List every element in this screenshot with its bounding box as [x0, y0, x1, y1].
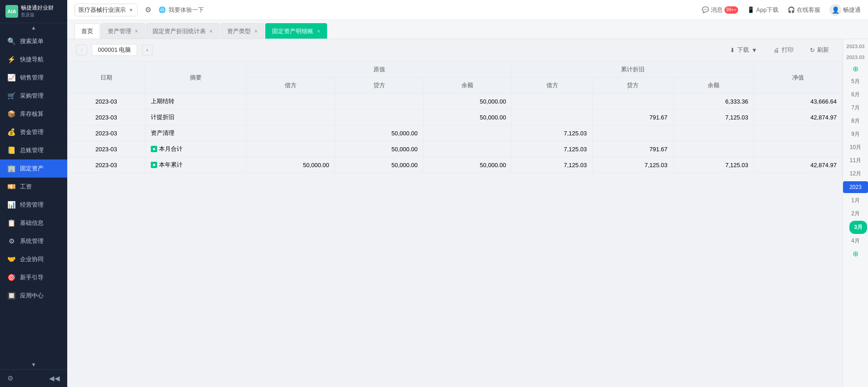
- sidebar-item-purchase[interactable]: 🛒 采购管理: [0, 87, 67, 105]
- tab-asset-mgmt[interactable]: 资产管理×: [101, 23, 145, 39]
- print-btn[interactable]: 🖨 打印: [769, 44, 798, 56]
- month-tag-icon-4: ■: [151, 162, 157, 168]
- sidebar-item-operations[interactable]: 📊 经营管理: [0, 196, 67, 214]
- experience-icon: 🌐: [159, 6, 166, 13]
- summary-text-0: 上期结转: [151, 98, 174, 104]
- sidebar-label-search: 搜索菜单: [20, 37, 44, 45]
- row-ad-debit-0: [512, 94, 593, 109]
- col-summary: 摘要: [145, 62, 246, 94]
- summary-text-2: 资产清理: [151, 129, 174, 136]
- sidebar-item-quick-nav[interactable]: ⚡ 快捷导航: [0, 50, 67, 69]
- app-download-btn[interactable]: 📱 App下载: [747, 6, 779, 14]
- right-panel-down-arrow[interactable]: ⊕: [851, 248, 860, 260]
- settings-icon[interactable]: ⚙: [7, 374, 13, 382]
- sidebar-item-inventory[interactable]: 📦 库存核算: [0, 105, 67, 123]
- download-arrow-icon: ▼: [751, 47, 757, 54]
- sidebar-item-basic-info[interactable]: 📋 基础信息: [0, 214, 67, 232]
- right-panel-month-5月[interactable]: 5月: [848, 75, 863, 88]
- next-asset-btn[interactable]: ›: [142, 45, 153, 55]
- download-btn[interactable]: ⬇ 下载 ▼: [725, 44, 762, 56]
- message-icon: 💬: [702, 6, 709, 13]
- col-accum-depreciation: 累计折旧: [512, 62, 754, 78]
- month-tag-3: ■ 本月合计: [151, 145, 183, 153]
- collapse-icon[interactable]: ◀◀: [49, 374, 60, 382]
- tab-asset-detail[interactable]: 固定资产明细账×: [265, 23, 327, 39]
- row-ov-balance-4: 50,000.00: [423, 157, 512, 173]
- app-download-icon: 📱: [747, 6, 754, 13]
- sidebar-item-guide[interactable]: 🎯 新手引导: [0, 268, 67, 287]
- notifications-btn[interactable]: 💬 消息 99++: [702, 6, 738, 14]
- right-panel-year-active[interactable]: 2023: [843, 181, 868, 193]
- logo-sub: 普及版: [21, 12, 54, 18]
- right-panel-up-arrow[interactable]: ⊕: [851, 63, 860, 75]
- sidebar-label-operations: 经营管理: [20, 201, 44, 209]
- sidebar-item-system[interactable]: ⚙ 系统管理: [0, 232, 67, 250]
- row-ov-balance-1: 50,000.00: [423, 109, 512, 125]
- sidebar-item-search[interactable]: 🔍 搜索菜单: [0, 32, 67, 50]
- prev-asset-btn[interactable]: ‹: [76, 45, 87, 55]
- row-ov-credit-0: [335, 94, 423, 109]
- summary-text-3: 本月合计: [159, 145, 183, 153]
- right-panel-month-11月[interactable]: 11月: [848, 154, 863, 167]
- right-panel-month-12月[interactable]: 12月: [848, 167, 863, 180]
- tab-close-depreciation-stats[interactable]: ×: [209, 28, 213, 35]
- row-ov-balance-2: [423, 125, 512, 141]
- sidebar-item-ledger[interactable]: 📒 总账管理: [0, 141, 67, 159]
- sidebar-item-fixed-assets[interactable]: 🏢 固定资产: [0, 159, 67, 178]
- right-panel-month-1月[interactable]: 1月: [847, 194, 864, 207]
- table-row: 2023-03 ■ 本月合计 50,000.00 7,125.03 791.67: [68, 141, 843, 157]
- sidebar-label-sales: 销售管理: [20, 74, 44, 82]
- row-ad-debit-3: 7,125.03: [512, 141, 593, 157]
- table-wrapper: 日期 摘要 原值 累计折旧 净值 借方 贷方 余额 借方 贷方 余额: [67, 61, 843, 387]
- sidebar-icon-guide: 🎯: [7, 273, 15, 282]
- row-ad-balance-1: 7,125.03: [673, 109, 754, 125]
- row-date-3: 2023-03: [68, 141, 145, 157]
- sidebar-item-app-center[interactable]: 🔲 应用中心: [0, 287, 67, 305]
- row-summary-0: 上期结转: [145, 94, 246, 109]
- sidebar-icon-app-center: 🔲: [7, 292, 15, 300]
- col-ad-credit: 贷方: [592, 78, 673, 94]
- sidebar-item-funds[interactable]: 💰 资金管理: [0, 123, 67, 141]
- row-ad-credit-3: 791.67: [592, 141, 673, 157]
- tab-label-home: 首页: [81, 27, 93, 35]
- refresh-btn[interactable]: ↻ 刷新: [805, 44, 833, 56]
- company-selector[interactable]: 医疗器械行业演示 ▼: [74, 4, 138, 16]
- tab-close-asset-detail[interactable]: ×: [317, 28, 320, 35]
- sidebar-scroll-down[interactable]: ▼: [0, 360, 67, 369]
- right-panel-month-3月[interactable]: 3月: [849, 221, 867, 234]
- row-ad-balance-0: 6,333.36: [673, 94, 754, 109]
- right-panel-month-10月[interactable]: 10月: [848, 141, 863, 154]
- sidebar-item-sales[interactable]: 📈 销售管理: [0, 69, 67, 87]
- tab-close-asset-type[interactable]: ×: [254, 28, 258, 35]
- sidebar-label-system: 系统管理: [20, 237, 44, 245]
- right-panel-month-4月[interactable]: 4月: [847, 234, 864, 248]
- right-panel-year-top1: 2023.03: [843, 41, 868, 52]
- logo-icon: AtA: [5, 5, 18, 18]
- sidebar-menu: 🔍 搜索菜单 ⚡ 快捷导航 📈 销售管理 🛒 采购管理 📦 库存核算 💰 资金管…: [0, 32, 67, 360]
- experience-label: 我要体验一下: [169, 6, 204, 14]
- sidebar-label-payroll: 工资: [20, 183, 32, 191]
- tab-home[interactable]: 首页: [74, 23, 100, 39]
- company-name: 医疗器械行业演示: [79, 6, 126, 14]
- tab-close-asset-mgmt[interactable]: ×: [135, 28, 138, 35]
- experience-btn[interactable]: 🌐 我要体验一下: [159, 6, 204, 14]
- right-panel-month-9月[interactable]: 9月: [848, 128, 863, 141]
- topbar-gear-icon[interactable]: ⚙: [145, 5, 151, 14]
- row-summary-2: 资产清理: [145, 125, 246, 141]
- sidebar-scroll-up[interactable]: ▲: [0, 23, 67, 32]
- right-panel-month-7月[interactable]: 7月: [848, 101, 863, 114]
- row-ov-debit-0: [247, 94, 335, 109]
- sidebar-icon-funds: 💰: [7, 128, 15, 136]
- user-profile-btn[interactable]: 👤 畅捷通: [829, 4, 861, 16]
- right-panel-month-8月[interactable]: 8月: [848, 114, 863, 128]
- sidebar-item-enterprise[interactable]: 🤝 企业协同: [0, 250, 67, 268]
- tab-depreciation-stats[interactable]: 固定资产折旧统计表×: [146, 23, 219, 39]
- table-row: 2023-03 资产清理 50,000.00 7,125.03: [68, 125, 843, 141]
- right-panel-month-6月[interactable]: 6月: [848, 88, 863, 101]
- right-panel-month-2月[interactable]: 2月: [847, 207, 864, 220]
- app-download-label: App下载: [756, 6, 779, 14]
- customer-service-btn[interactable]: 🎧 在线客服: [788, 6, 820, 14]
- sidebar-item-payroll[interactable]: 💴 工资: [0, 178, 67, 196]
- tab-asset-type[interactable]: 资产类型×: [220, 23, 264, 39]
- row-summary-1: 计提折旧: [145, 109, 246, 125]
